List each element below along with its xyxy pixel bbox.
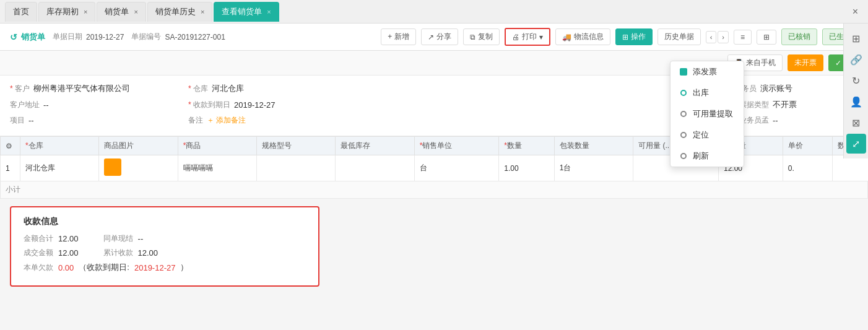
share-button[interactable]: ↗ 分享 — [421, 28, 458, 45]
unopened-button[interactable]: 未开票 — [788, 54, 823, 71]
col-settings: ⚙ — [1, 137, 20, 155]
add-note-icon: ＋ — [207, 116, 214, 124]
add-invoice-icon — [679, 67, 688, 76]
logistics-label: 物流信息 — [574, 32, 604, 42]
dropdown-available-qty[interactable]: 可用量提取 — [671, 103, 744, 124]
row-image — [99, 155, 178, 181]
sidebar-icon-2[interactable]: 🔗 — [846, 50, 866, 69]
warehouse-field: 仓库 河北仓库 — [188, 83, 312, 94]
row-pack-qty: 1台 — [554, 155, 633, 181]
tab-sales-history-close[interactable]: × — [201, 8, 204, 15]
total-label: 金额合计 — [24, 233, 53, 244]
same-order-field: 同单现结 -- — [103, 233, 144, 244]
operation-label: 操作 — [631, 32, 646, 42]
share-label: 分享 — [436, 32, 451, 42]
doc-number-value: SA-20191227-001 — [165, 33, 225, 41]
col-min-stock: 最低库存 — [336, 137, 414, 155]
operation-button[interactable]: ⊞ 操作 — [615, 28, 653, 45]
staff2-value: -- — [773, 116, 778, 125]
address-field: 客户地址 -- — [10, 100, 134, 110]
tab-inventory-close[interactable]: × — [84, 8, 87, 15]
note-field: 备注 ＋ 添加备注 — [188, 115, 312, 126]
sidebar-icon-4[interactable]: 👤 — [846, 92, 866, 111]
document-header: ↺ 销货单 单据日期 2019-12-27 单据编号 SA-20191227-0… — [0, 24, 868, 51]
print-button[interactable]: 🖨 打印 ▾ — [505, 28, 550, 46]
tab-inventory-label: 库存期初 — [46, 6, 79, 17]
transaction-value: 12.00 — [58, 248, 79, 258]
history-button[interactable]: 历史单据 — [658, 28, 701, 45]
col-unit: *销售单位 — [414, 137, 499, 155]
row-warehouse: 河北仓库 — [20, 155, 99, 181]
tab-inventory[interactable]: 库存期初 × — [38, 2, 95, 22]
circle-gray-icon-1 — [680, 111, 687, 117]
project-value: -- — [28, 116, 34, 125]
subtotal-row: 小计 — [1, 181, 868, 199]
tab-view-sales-label: 查看销货单 — [222, 6, 262, 17]
logistics-button[interactable]: 🚚 物流信息 — [555, 28, 610, 45]
accumulated-value: 12.00 — [138, 248, 158, 258]
locate-label: 定位 — [693, 129, 709, 141]
available-qty-label: 可用量提取 — [693, 108, 733, 119]
sidebar-icon-5[interactable]: ⊠ — [846, 113, 866, 132]
sidebar-icon-expand[interactable]: ⤢ — [846, 134, 866, 154]
circle-gray-icon-3 — [680, 153, 687, 159]
list-view-button[interactable]: ≡ — [734, 30, 752, 45]
tab-sales-label: 销货单 — [105, 6, 129, 17]
row-quantity: 1.00 — [499, 155, 554, 181]
row-unit: 台 — [414, 155, 499, 181]
add-note-label: 添加备注 — [216, 116, 246, 124]
main-close-button[interactable]: × — [848, 4, 863, 20]
payment-row-1: 金额合计 12.00 同单现结 -- — [24, 233, 306, 244]
out-warehouse-label: 出库 — [693, 87, 709, 98]
sidebar-icon-3[interactable]: ↻ — [846, 71, 866, 90]
same-order-label: 同单现结 — [103, 233, 133, 244]
tab-sales-history-label: 销货单历史 — [155, 6, 196, 17]
tab-sales-close[interactable]: × — [134, 8, 137, 15]
dropdown-locate[interactable]: 定位 — [671, 124, 744, 145]
payment-row-2: 成交金额 12.00 累计收款 12.00 — [24, 248, 306, 258]
tab-home[interactable]: 首页 — [5, 2, 37, 22]
tab-view-sales[interactable]: 查看销货单 × — [214, 2, 279, 22]
copy-icon: ⧉ — [470, 33, 475, 41]
tab-view-sales-close[interactable]: × — [267, 8, 271, 15]
dropdown-refresh[interactable]: 刷新 — [671, 145, 744, 167]
subtotal-label: 小计 — [1, 181, 868, 199]
tab-bar: 首页 库存期初 × 销货单 × 销货单历史 × 查看销货单 × × — [0, 0, 868, 24]
nav-arrows: ‹ › — [706, 31, 729, 43]
due-note: （收款到期日: — [79, 262, 129, 273]
row-product: 嗝嗝嗝嗝 — [178, 155, 256, 181]
unopened-label: 未开票 — [794, 58, 817, 68]
payment-date-label: 收款到期日 — [188, 100, 230, 110]
circle-gray-icon-2 — [680, 132, 687, 138]
next-button[interactable]: › — [718, 31, 729, 43]
doc-type-icon: ↺ — [10, 32, 17, 42]
logistics-icon: 🚚 — [562, 33, 571, 41]
transaction-field: 成交金额 12.00 — [24, 248, 79, 258]
grid-view-button[interactable]: ⊞ — [757, 30, 776, 45]
document-title: ↺ 销货单 — [10, 32, 45, 43]
new-button[interactable]: + 新增 — [381, 28, 415, 45]
customer-value: 柳州粤港平安气体有限公司 — [33, 83, 130, 94]
share-icon: ↗ — [428, 33, 434, 41]
payment-date-field: 收款到期日 2019-12-27 — [188, 100, 312, 110]
sidebar-icon-1[interactable]: ⊞ — [846, 28, 866, 48]
copy-label: 复制 — [478, 32, 493, 42]
square-icon — [680, 68, 687, 76]
copy-button[interactable]: ⧉ 复制 — [463, 28, 500, 45]
col-warehouse: *仓库 — [20, 137, 99, 155]
dropdown-out-warehouse[interactable]: 出库 — [671, 82, 744, 103]
address-label: 客户地址 — [10, 100, 40, 110]
prev-button[interactable]: ‹ — [706, 31, 717, 43]
dropdown-add-invoice[interactable]: 添发票 — [671, 61, 744, 82]
sold-status-badge: 已核销 — [781, 28, 817, 45]
add-note-button[interactable]: ＋ 添加备注 — [207, 115, 246, 126]
dropdown-menu: 添发票 出库 可用量提取 定位 刷新 — [670, 61, 744, 167]
col-pack-qty: 包装数量 — [554, 137, 633, 155]
tab-sales[interactable]: 销货单 × — [97, 2, 145, 22]
out-warehouse-icon — [679, 89, 688, 97]
col-spec: 规格型号 — [257, 137, 336, 155]
tab-sales-history[interactable]: 销货单历史 × — [147, 2, 212, 22]
phone-label: 来自手机 — [746, 58, 776, 68]
doc-date-label: 单据日期 — [53, 32, 82, 42]
confirm-icon: ✓ — [835, 59, 841, 67]
